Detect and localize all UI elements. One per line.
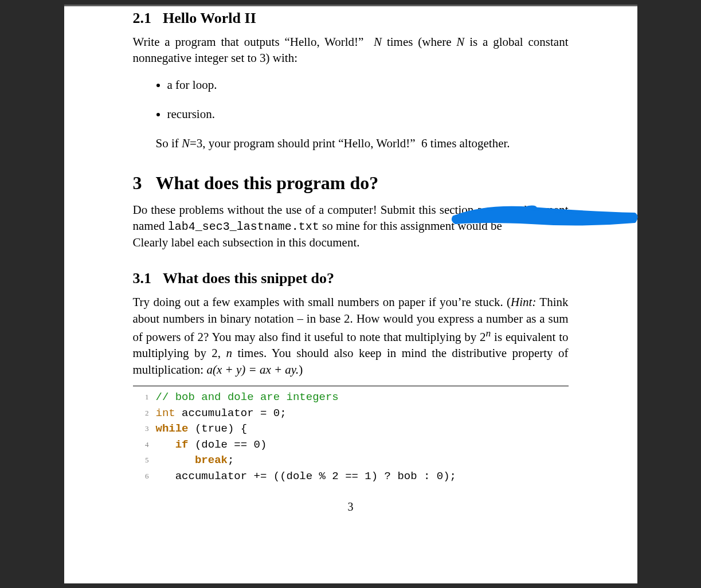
document-page: 2.1Hello World II Write a program that o… (64, 5, 637, 583)
filename-code: lab4_sec3_lastname.txt (168, 220, 319, 233)
sec21-so-line: So if N=3, your program should print “He… (156, 136, 569, 151)
heading-2-1: 2.1Hello World II (133, 10, 569, 27)
heading-number: 3.1 (133, 270, 152, 287)
heading-3-1: 3.1What does this snippet do? (133, 270, 569, 287)
sec21-bullets: a for loop. recursion. (133, 78, 569, 121)
heading-title: Hello World II (163, 10, 256, 26)
code-listing: 1 // bob and dole are integers 2 int acc… (133, 386, 569, 484)
code-line-6: 6 accumulator += ((dole % 2 == 1) ? bob … (133, 469, 569, 485)
heading-number: 2.1 (133, 10, 152, 26)
code-line-3: 3 while (true) { (133, 421, 569, 437)
bullet-recursion: recursion. (167, 107, 569, 121)
sec3-paragraph: Do these problems without the use of a c… (133, 202, 569, 251)
code-line-2: 2 int accumulator = 0; (133, 406, 569, 422)
sec31-hint: Try doing out a few examples with small … (133, 294, 569, 378)
heading-3: 3What does this program do? (133, 173, 569, 194)
heading-number: 3 (133, 173, 142, 193)
code-line-4: 4 if (dole == 0) (133, 437, 569, 453)
heading-title: What does this program do? (156, 173, 379, 193)
code-line-1: 1 // bob and dole are integers (133, 390, 569, 406)
page-number: 3 (133, 500, 569, 513)
bullet-for-loop: a for loop. (167, 78, 569, 92)
code-line-5: 5 break; (133, 453, 569, 469)
heading-title: What does this snippet do? (163, 270, 334, 287)
sec21-intro: Write a program that outputs “Hello, Wor… (133, 34, 569, 66)
